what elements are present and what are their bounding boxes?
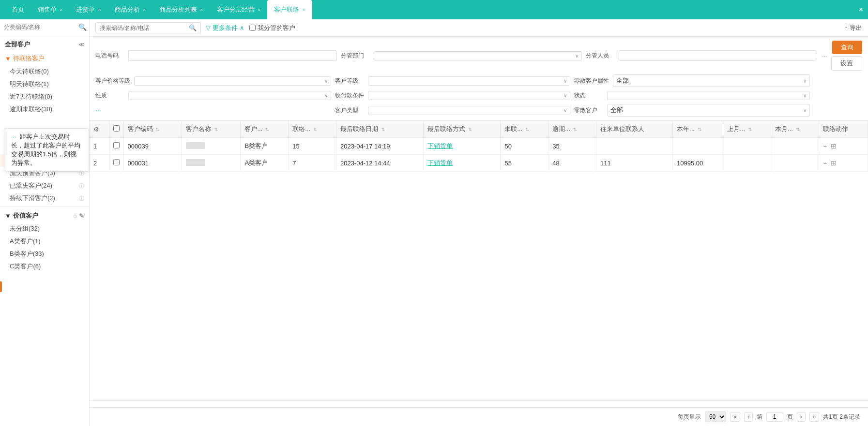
col-name[interactable]: 客户名称 ⇅ (182, 121, 241, 138)
sidebar-item-7days[interactable]: 近7天待联络(0) (0, 90, 89, 103)
sidebar-item-declining[interactable]: 持续下滑客户(2) ⓘ (0, 192, 89, 205)
followup-group[interactable]: ▼ 待联络客户 (0, 52, 89, 65)
export-button[interactable]: ↑ 导出 (845, 24, 863, 32)
dept-select[interactable]: ∨ (374, 51, 582, 60)
filter-retail-customer: 零散客户 全部 ∨ (574, 104, 810, 117)
nav-product-list[interactable]: 商品分析列表 × (152, 0, 210, 19)
nav-customer-contact[interactable]: 客户联络 × (267, 0, 312, 19)
col-overdue[interactable]: 逾期... ⇅ (548, 121, 596, 138)
sidebar-item-today[interactable]: 今天待联络(0) (0, 65, 89, 78)
filter-phone: 电话号码 (95, 50, 337, 61)
cell-this-month-1 (771, 138, 819, 155)
settings-button[interactable]: 设置 (831, 56, 862, 71)
sidebar-item-cclass[interactable]: C类客户(6) (0, 260, 89, 273)
payment-select[interactable]: ∨ (368, 91, 571, 100)
cell-checkbox-1 (109, 138, 123, 155)
first-page-btn[interactable]: « (730, 412, 740, 422)
sidebar-search-icon[interactable]: 🔍 (78, 23, 87, 31)
customer-type-label: 客户类型 (335, 106, 364, 115)
retail-attr-select[interactable]: 全部 ∨ (613, 74, 810, 87)
status-select[interactable]: ∨ (607, 91, 810, 100)
sidebar-item-overdue[interactable]: 逾期未联络(30) (0, 103, 89, 116)
cell-overdue-1: 35 (548, 138, 596, 155)
phone-label: 电话号码 (95, 52, 124, 60)
unreached-sort-icon: ⇅ (525, 127, 529, 132)
manager-dots[interactable]: ··· (822, 52, 827, 59)
more-filters-btn[interactable]: ▽ 更多条件 ∧ (206, 24, 244, 32)
nav-customer-tier[interactable]: 客户分层经营 × (210, 0, 267, 19)
nav-product-list-close[interactable]: × (200, 7, 203, 13)
action-grid-icon-2[interactable]: ⊞ (831, 159, 837, 167)
action-grid-icon-1[interactable]: ⊞ (831, 142, 837, 150)
all-customers-header[interactable]: 全部客户 ≪ (0, 37, 89, 52)
row-checkbox-1[interactable] (113, 142, 120, 148)
extra-dots[interactable]: ··· (95, 106, 101, 114)
col-last-date[interactable]: 最后联络日期 ⇅ (336, 121, 423, 138)
nav-sales[interactable]: 销售单 × (31, 0, 69, 19)
col-code[interactable]: 客户编码 ⇅ (123, 121, 182, 138)
col-last-method[interactable]: 最后联络方式 ⇅ (424, 121, 501, 138)
value-customer-header[interactable]: ▼ 价值客户 ○ ✎ (0, 209, 89, 222)
next-page-btn[interactable]: › (797, 412, 806, 422)
action-link-icon-1[interactable]: ⌁ (823, 142, 827, 150)
my-customer-filter[interactable]: 我分管的客户 (249, 24, 295, 32)
col-last-month[interactable]: 上月... ⇅ (723, 121, 771, 138)
main-search-input[interactable] (100, 25, 187, 31)
phone-input[interactable] (128, 50, 337, 61)
sidebar-item-aclass[interactable]: A类客户(1) (0, 235, 89, 248)
contacts-sort-icon: ⇅ (313, 127, 317, 132)
status-label: 状态 (574, 91, 603, 100)
col-this-year[interactable]: 本年... ⇅ (673, 121, 723, 138)
customer-type-select[interactable]: ∨ (368, 106, 571, 115)
search-wrap: 🔍 (95, 22, 201, 33)
sidebar-search-input[interactable] (4, 24, 76, 30)
page-number-input[interactable] (766, 412, 783, 422)
edit-icon[interactable]: ○ (73, 212, 77, 220)
sidebar-item-tomorrow[interactable]: 明天待联络(1) (0, 78, 89, 90)
col-level[interactable]: 客户... ⇅ (241, 121, 289, 138)
cell-unreached-1: 50 (501, 138, 548, 155)
cell-last-method-1[interactable]: 下销货单 (424, 138, 501, 155)
sidebar-item-bclass[interactable]: B类客户(33) (0, 248, 89, 260)
sidebar-item-lost[interactable]: 已流失客户(24) ⓘ (0, 179, 89, 192)
query-button[interactable]: 查询 (832, 41, 862, 54)
sidebar-collapse-btn[interactable]: ≪ (78, 42, 84, 48)
nav-product-analysis-close[interactable]: × (143, 7, 146, 13)
my-customer-checkbox[interactable] (249, 25, 256, 31)
overdue-sort-icon: ⇅ (573, 127, 577, 132)
per-page-select[interactable]: 50 (705, 411, 726, 422)
action-link-icon-2[interactable]: ⌁ (823, 159, 827, 167)
nav-sales-close[interactable]: × (60, 7, 62, 13)
action-buttons: 查询 设置 (831, 41, 862, 71)
last-page-btn[interactable]: » (809, 412, 820, 422)
main-search-icon[interactable]: 🔍 (189, 24, 197, 31)
col-unreached[interactable]: 未联... ⇅ (501, 121, 548, 138)
sidebar-item-ungroup[interactable]: 未分组(32) (0, 222, 89, 235)
filter-payment: 收付款条件 ∨ (335, 91, 571, 100)
close-all-btn[interactable]: × (859, 5, 863, 14)
nav-purchase[interactable]: 进货单 × (69, 0, 107, 19)
cell-unit-contact-1 (596, 138, 672, 155)
pagination-bar: 每页显示 50 « ‹ 第 页 › » 共1页 2条记录 (90, 407, 868, 426)
nav-product-analysis[interactable]: 商品分析 × (108, 0, 152, 19)
nature-select[interactable]: ∨ (128, 91, 331, 100)
horizontal-scrollbar[interactable] (90, 400, 868, 407)
select-all-checkbox[interactable] (113, 125, 120, 132)
nav-purchase-close[interactable]: × (98, 7, 101, 13)
col-checkbox (109, 121, 123, 138)
prev-page-btn[interactable]: ‹ (744, 412, 753, 422)
manager-input[interactable] (619, 50, 816, 61)
settings-icon[interactable]: ⚙ (93, 126, 99, 133)
col-this-month[interactable]: 本月... ⇅ (771, 121, 819, 138)
retail-customer-select[interactable]: 全部 ∨ (607, 104, 810, 117)
nav-home[interactable]: 首页 (5, 0, 31, 19)
config-icon[interactable]: ✎ (79, 212, 84, 220)
price-level-select[interactable]: ∨ (134, 76, 331, 86)
cell-last-method-2[interactable]: 下销货单 (424, 155, 501, 172)
nav-customer-contact-close[interactable]: × (302, 7, 305, 13)
nav-customer-tier-close[interactable]: × (258, 7, 260, 13)
col-contacts[interactable]: 联络... ⇅ (289, 121, 336, 138)
followup-arrow-icon: ▼ (5, 55, 11, 62)
row-checkbox-2[interactable] (113, 159, 120, 165)
customer-level-select[interactable]: ∨ (368, 76, 571, 86)
